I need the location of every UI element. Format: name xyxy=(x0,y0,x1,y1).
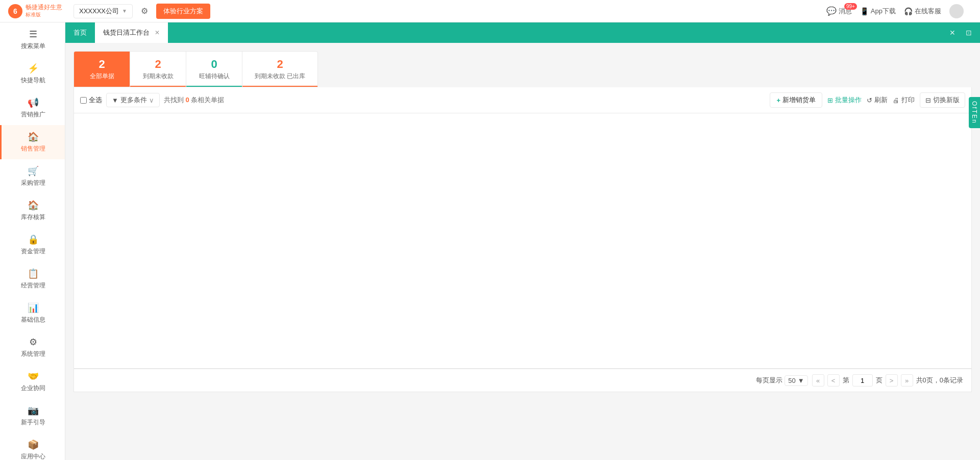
sidebar-item-search-menu[interactable]: ☰ 搜索菜单 xyxy=(0,22,65,57)
messages-badge: 99+ xyxy=(844,3,857,10)
sidebar-item-marketing[interactable]: 📢 营销推广 xyxy=(0,91,65,125)
guide-icon: 📷 xyxy=(28,405,39,416)
tab-minimize-icon[interactable]: ✕ xyxy=(946,27,959,39)
switch-version-button[interactable]: ⊟ 切换新版 xyxy=(920,92,965,108)
sidebar-item-basic-info[interactable]: 📊 基础信息 xyxy=(0,296,65,330)
sidebar: ☰ 搜索菜单 ⚡ 快捷导航 📢 营销推广 🏠 销售管理 🛒 采购管理 🏠 库存核… xyxy=(0,22,65,460)
sidebar-label: 企业协同 xyxy=(21,384,45,393)
page-size-selector: 每页显示 50 ▼ xyxy=(756,375,807,386)
sidebar-label: 资金管理 xyxy=(21,247,45,256)
sidebar-item-capital[interactable]: 🔒 资金管理 xyxy=(0,228,65,262)
header-right: 💬 消息 99+ 📱 App下载 🎧 在线客服 xyxy=(826,4,972,18)
stat-tab-all[interactable]: 2 全部单据 xyxy=(74,52,130,87)
sidebar-item-purchase[interactable]: 🛒 采购管理 xyxy=(0,159,65,193)
marketing-icon: 📢 xyxy=(28,97,39,108)
tab-bar-actions: ✕ ⊡ xyxy=(946,27,980,39)
sidebar-label: 经营管理 xyxy=(21,281,45,290)
top-header: 6 畅捷通好生意 标准版 XXXXXX公司 ▼ ⚙ 体验行业方案 💬 消息 99… xyxy=(0,0,980,22)
app-center-icon: 📦 xyxy=(28,439,39,450)
print-icon: 🖨 xyxy=(893,96,899,104)
batch-icon: ⊞ xyxy=(827,96,833,104)
sidebar-item-operations[interactable]: 📋 经营管理 xyxy=(0,262,65,296)
search-menu-icon: ☰ xyxy=(29,29,37,40)
sidebar-label: 采购管理 xyxy=(21,179,45,187)
purchase-icon: 🛒 xyxy=(28,165,39,177)
cooperation-icon: 🤝 xyxy=(28,371,39,382)
page-number-input[interactable] xyxy=(852,374,873,386)
avatar[interactable] xyxy=(949,4,964,18)
chevron-down-icon: ∨ xyxy=(149,96,154,104)
system-icon: ⚙ xyxy=(29,336,37,348)
first-page-button[interactable]: « xyxy=(812,374,824,386)
experience-button[interactable]: 体验行业方案 xyxy=(156,4,210,19)
tab-maximize-icon[interactable]: ⊡ xyxy=(963,27,975,39)
inventory-icon: 🏠 xyxy=(28,200,39,211)
prev-page-button[interactable]: < xyxy=(827,374,840,386)
toolbar: 全选 ▼ 更多条件 ∨ 共找到 0 条相关单据 + 新增销货单 ⊞ 批量操作 xyxy=(74,87,972,113)
basic-info-icon: 📊 xyxy=(28,302,39,313)
refresh-button[interactable]: ↺ 刷新 xyxy=(867,95,888,105)
app-download-button[interactable]: 📱 App下载 xyxy=(860,7,896,16)
settings-icon[interactable]: ⚙ xyxy=(137,4,152,19)
sidebar-item-sales[interactable]: 🏠 销售管理 xyxy=(0,125,65,159)
sidebar-label: 基础信息 xyxy=(21,316,45,324)
operations-icon: 📋 xyxy=(28,268,39,279)
sidebar-label: 营销推广 xyxy=(21,110,45,119)
tab-close-icon[interactable]: ✕ xyxy=(155,29,160,36)
stat-tab-pending-confirm[interactable]: 0 旺辅待确认 xyxy=(186,52,242,87)
logo-sub: 标准版 xyxy=(26,11,62,18)
content-area xyxy=(74,113,972,369)
stat-tab-overdue-unpaid[interactable]: 2 到期未收款 xyxy=(130,52,186,87)
sidebar-item-app-center[interactable]: 📦 应用中心 xyxy=(0,433,65,460)
sidebar-label: 销售管理 xyxy=(21,144,45,153)
new-sale-button[interactable]: + 新增销货单 xyxy=(770,92,822,108)
toolbar-left: 全选 ▼ 更多条件 ∨ 共找到 0 条相关单据 xyxy=(80,93,766,107)
result-text: 共找到 0 条相关单据 xyxy=(164,95,224,105)
sidebar-label: 应用中心 xyxy=(21,452,45,460)
sidebar-item-cooperation[interactable]: 🤝 企业协同 xyxy=(0,365,65,399)
select-arrow-icon: ▼ xyxy=(798,377,804,384)
online-service-button[interactable]: 🎧 在线客服 xyxy=(904,7,941,16)
print-button[interactable]: 🖨 打印 xyxy=(893,95,915,105)
capital-icon: 🔒 xyxy=(28,234,39,245)
stats-tabs: 2 全部单据 2 到期未收款 0 旺辅待确认 2 到期未收款 已出库 xyxy=(74,51,318,87)
main-content: 2 全部单据 2 到期未收款 0 旺辅待确认 2 到期未收款 已出库 全选 ▼ xyxy=(65,43,980,460)
batch-operation-button[interactable]: ⊞ 批量操作 xyxy=(827,95,862,105)
dropdown-arrow-icon: ▼ xyxy=(122,8,127,14)
sidebar-label: 快捷导航 xyxy=(21,76,45,85)
sidebar-item-system[interactable]: ⚙ 系统管理 xyxy=(0,330,65,365)
select-all-checkbox[interactable]: 全选 xyxy=(80,95,102,105)
sidebar-item-guide[interactable]: 📷 新手引导 xyxy=(0,399,65,433)
sidebar-item-quick-nav[interactable]: ⚡ 快捷导航 xyxy=(0,57,65,91)
plus-icon: + xyxy=(776,96,780,104)
messages-button[interactable]: 💬 消息 99+ xyxy=(826,6,852,16)
page-size-select-box[interactable]: 50 ▼ xyxy=(785,375,807,386)
filter-button[interactable]: ▼ 更多条件 ∨ xyxy=(106,93,160,107)
sidebar-label: 新手引导 xyxy=(21,418,45,427)
next-page-button[interactable]: > xyxy=(886,374,898,386)
sales-icon: 🏠 xyxy=(28,131,39,142)
often-tag[interactable]: OfTEn xyxy=(969,97,980,128)
sidebar-label: 搜索菜单 xyxy=(21,42,45,51)
tab-home[interactable]: 首页 xyxy=(65,22,95,43)
quick-nav-icon: ⚡ xyxy=(28,63,39,74)
page-navigation: « < 第 页 > » 共0页，0条记录 xyxy=(812,374,963,386)
sidebar-label: 库存核算 xyxy=(21,213,45,222)
filter-icon: ▼ xyxy=(112,96,118,104)
sidebar-item-inventory[interactable]: 🏠 库存核算 xyxy=(0,193,65,228)
switch-icon: ⊟ xyxy=(925,96,931,104)
logo-area: 6 畅捷通好生意 标准版 xyxy=(8,4,74,19)
tab-bar: 首页 钱货日清工作台 ✕ ✕ ⊡ xyxy=(65,22,980,43)
last-page-button[interactable]: » xyxy=(901,374,913,386)
logo-text: 畅捷通好生意 xyxy=(26,4,62,12)
select-all-input[interactable] xyxy=(80,97,87,104)
sidebar-label: 系统管理 xyxy=(21,350,45,358)
tab-cash-flow[interactable]: 钱货日清工作台 ✕ xyxy=(95,22,168,43)
company-selector[interactable]: XXXXXX公司 ▼ xyxy=(74,4,133,18)
refresh-icon: ↺ xyxy=(867,96,872,104)
toolbar-right: + 新增销货单 ⊞ 批量操作 ↺ 刷新 🖨 打印 ⊟ 切换新版 xyxy=(770,92,965,108)
stat-tab-overdue-unshipped[interactable]: 2 到期未收款 已出库 xyxy=(242,52,317,87)
pagination: 每页显示 50 ▼ « < 第 页 > » 共0页，0条记录 xyxy=(74,369,972,392)
logo-icon: 6 xyxy=(8,4,22,18)
